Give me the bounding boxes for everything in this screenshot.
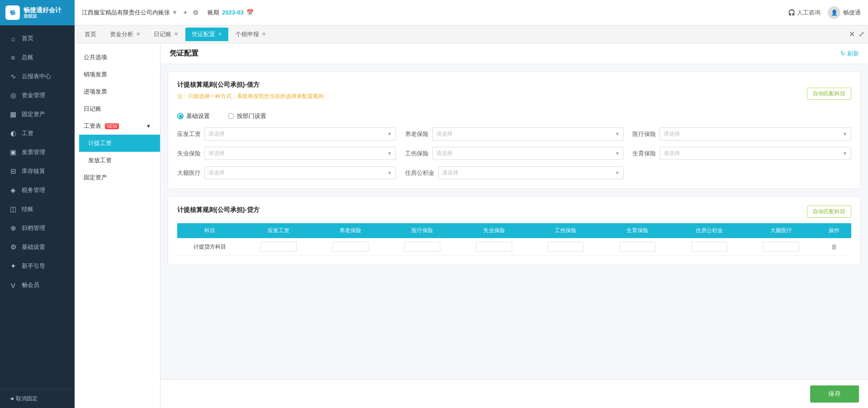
left-menu-purchase-invoice[interactable]: 进项发票: [75, 83, 160, 100]
topbar: 江西服宝精品有限责任公司内账张 ▼ + ⚙ 账期 2023-03 📅 🎧 人工咨…: [75, 0, 868, 25]
right-content: 凭证配置 ↻ 刷新 计提核算规则(公司承担)-借方 注：只能选择一种方式，系统将…: [160, 43, 868, 408]
left-menu-pay-salary[interactable]: 发放工资: [79, 152, 160, 169]
sidebar-item-home[interactable]: ⌂ 首页: [0, 29, 75, 48]
settings-icon: ⚙: [9, 243, 17, 251]
sidebar-item-invoice-management[interactable]: ▣ 发票管理: [0, 143, 75, 162]
cell-subject-label: 计提贷方科目: [177, 238, 243, 256]
refresh-button[interactable]: ↻ 刷新: [840, 50, 859, 58]
field-work-injury: 工伤保险 请选择 ▼: [405, 147, 624, 160]
page-title: 凭证配置: [170, 49, 198, 58]
sidebar-cancel-pin[interactable]: ◄ 取消固定: [0, 389, 75, 408]
tab-journal[interactable]: 日记账 ✕: [147, 28, 184, 41]
save-button[interactable]: 保存: [810, 385, 859, 403]
select-work-injury[interactable]: 请选择 ▼: [432, 147, 624, 160]
tab-close-journal[interactable]: ✕: [174, 31, 178, 37]
select-unemployment[interactable]: 请选择 ▼: [204, 147, 396, 160]
sidebar-item-fixed-assets[interactable]: ▦ 固定资产: [0, 105, 75, 124]
input-pension[interactable]: [332, 242, 368, 252]
tab-close-fund-analysis[interactable]: ✕: [136, 31, 140, 37]
tab-voucher-config[interactable]: 凭证配置 ✕: [185, 28, 228, 41]
select-arrow-icon: ▼: [615, 131, 619, 136]
select-medical[interactable]: 请选择 ▼: [660, 127, 851, 141]
company-selector[interactable]: 江西服宝精品有限责任公司内账张 ▼: [82, 9, 178, 17]
tab-fund-analysis[interactable]: 资金分析 ✕: [104, 28, 146, 41]
select-major-medical[interactable]: 请选择 ▼: [204, 166, 396, 179]
cell-medical-val: [386, 238, 458, 256]
expand-icon: ▼: [146, 123, 151, 129]
left-menu-sales-invoice[interactable]: 销项发票: [75, 66, 160, 83]
sidebar-item-report-center[interactable]: ∿ 云报表中心: [0, 67, 75, 86]
guide-icon: ✦: [9, 262, 17, 270]
tab-expand-icon[interactable]: ⤢: [859, 30, 864, 38]
sidebar: 畅 畅捷通好会计 旗舰版 ⌂ 首页 ≡ 总账 ∿ 云报表中心 ◎ 资金管理 ▦ …: [0, 0, 75, 408]
user-menu[interactable]: 👤 畅捷通: [828, 6, 861, 19]
new-badge: NEW: [105, 123, 119, 129]
sidebar-item-fund-management[interactable]: ◎ 资金管理: [0, 86, 75, 105]
input-housing[interactable]: [691, 242, 727, 252]
field-medical: 医疗保险 请选择 ▼: [632, 127, 851, 141]
sidebar-item-membership[interactable]: V 畅会员: [0, 276, 75, 295]
left-menu-journal[interactable]: 日记账: [75, 100, 160, 117]
select-arrow-icon: ▼: [387, 151, 392, 156]
tab-tax-filing[interactable]: 个税申报 ✕: [229, 28, 272, 41]
select-arrow-icon: ▼: [387, 131, 392, 136]
refresh-icon: ↻: [840, 50, 845, 57]
add-tab-button[interactable]: +: [183, 9, 187, 17]
input-salary[interactable]: [260, 242, 297, 252]
input-medical[interactable]: [404, 242, 440, 252]
cell-pension-val: [315, 238, 387, 256]
sidebar-item-tax-management[interactable]: ◈ 税务管理: [0, 181, 75, 200]
sidebar-item-checkout[interactable]: ◫ 结账: [0, 200, 75, 219]
col-salary: 应发工资: [243, 223, 315, 238]
left-menu-public-options[interactable]: 公共选项: [75, 49, 160, 66]
select-arrow-icon: ▼: [387, 170, 392, 175]
report-icon: ∿: [9, 72, 17, 80]
delete-row-icon[interactable]: 🗑: [831, 243, 837, 250]
left-menu-salary-table[interactable]: 工资表 NEW ▼: [75, 117, 160, 135]
left-menu-fixed-assets[interactable]: 固定资产: [75, 169, 160, 186]
credit-table-wrapper: 科目 应发工资 养老保险 医疗保险 失业保险 工伤保险 生育保险 住房公积金 大…: [177, 223, 851, 256]
service-button[interactable]: 🎧 人工咨询: [788, 9, 821, 17]
sidebar-item-archive[interactable]: ⊗ 归档管理: [0, 219, 75, 238]
left-menu-calc-salary[interactable]: 计提工资: [79, 135, 160, 152]
ledger-icon: ≡: [9, 54, 17, 61]
select-salary-payable[interactable]: 请选择 ▼: [204, 127, 396, 141]
tax-icon: ◈: [9, 186, 17, 194]
select-pension[interactable]: 请选择 ▼: [432, 127, 624, 141]
sidebar-item-basic-settings[interactable]: ⚙ 基础设置: [0, 238, 75, 257]
left-menu-sub: 计提工资 发放工资: [75, 135, 160, 169]
topbar-settings-icon[interactable]: ⚙: [193, 9, 198, 17]
sidebar-item-general-ledger[interactable]: ≡ 总账: [0, 48, 75, 67]
col-action: 操作: [817, 223, 851, 238]
select-housing-fund[interactable]: 请选择 ▼: [438, 166, 624, 179]
bottom-spacer: [168, 272, 861, 300]
tab-close-voucher-config[interactable]: ✕: [218, 31, 222, 37]
radio-dept-setup-circle: [228, 113, 234, 119]
section-debit-header: 计提核算规则(公司承担)-借方 注：只能选择一种方式，系统将按照您当前的选择来配…: [177, 81, 851, 107]
inventory-icon: ⊟: [9, 167, 17, 175]
table-header-row: 科目 应发工资 养老保险 医疗保险 失业保险 工伤保险 生育保险 住房公积金 大…: [177, 223, 851, 238]
radio-basic-setup[interactable]: 基础设置: [177, 112, 210, 120]
select-birth[interactable]: 请选择 ▼: [660, 147, 851, 160]
logo-text: 畅捷通好会计 旗舰版: [24, 6, 61, 19]
radio-dept-setup[interactable]: 按部门设置: [228, 112, 266, 120]
main-scroll[interactable]: 计提核算规则(公司承担)-借方 注：只能选择一种方式，系统将按照您当前的选择来配…: [160, 64, 868, 380]
select-arrow-icon: ▼: [615, 151, 619, 156]
tab-close-tax-filing[interactable]: ✕: [262, 31, 266, 37]
input-birth[interactable]: [619, 242, 656, 252]
cell-work-injury-val: [530, 238, 602, 256]
sidebar-item-newbie-guide[interactable]: ✦ 新手引导: [0, 257, 75, 276]
tab-home[interactable]: 首页: [78, 28, 103, 41]
sidebar-item-salary[interactable]: ◐ 工资: [0, 124, 75, 143]
sidebar-item-inventory[interactable]: ⊟ 库存核算: [0, 162, 75, 181]
left-panel: 公共选项 销项发票 进项发票 日记账 工资表 NEW ▼ 计提工资: [75, 43, 160, 408]
input-unemployment[interactable]: [476, 242, 512, 252]
cell-unemployment-val: [458, 238, 530, 256]
input-work-injury[interactable]: [547, 242, 584, 252]
period-selector[interactable]: 账期 2023-03 📅: [208, 9, 254, 17]
auto-match-credit-button[interactable]: 自动匹配科目: [807, 206, 851, 218]
auto-match-debit-button[interactable]: 自动匹配科目: [807, 88, 851, 100]
tab-close-all-icon[interactable]: ✕: [849, 30, 855, 38]
tabs-controls: ✕ ⤢: [849, 30, 864, 38]
input-major-medical[interactable]: [763, 242, 799, 252]
